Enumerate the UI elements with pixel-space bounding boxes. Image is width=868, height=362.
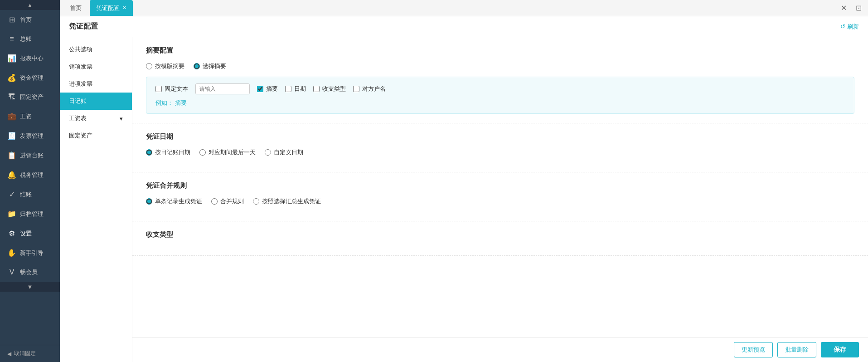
radio-custom-date-input[interactable]: [265, 149, 271, 156]
salary-icon: 💼: [7, 112, 16, 121]
section-abstract: 摘要配置 按模版摘要 选择摘要 固定文本: [132, 37, 868, 123]
refresh-icon: ↺: [840, 23, 845, 30]
sidebar-scroll-down[interactable]: ▼: [0, 282, 60, 292]
checkbox-fixed-text-input[interactable]: [155, 86, 162, 92]
main-area: 首页 凭证配置 ✕ ✕ ⊡ 凭证配置 ↺ 刷新 公共选项 销项发票 进: [60, 0, 868, 362]
sidebar-item-tax[interactable]: 🔔 税务管理: [0, 165, 60, 185]
home-icon: ⊞: [7, 15, 16, 24]
save-button[interactable]: 保存: [821, 342, 859, 357]
tax-icon: 🔔: [7, 171, 16, 179]
content-layout: 公共选项 销项发票 进项发票 日记账 工资表 ▾ 固定资产 摘要配置: [60, 37, 868, 362]
radio-aggregate[interactable]: 按照选择汇总生成凭证: [253, 197, 321, 205]
checkbox-income-type-input[interactable]: [313, 86, 320, 92]
vip-icon: V: [7, 268, 16, 276]
radio-by-diary-date-input[interactable]: [146, 149, 152, 156]
archive-icon: 📁: [7, 210, 16, 218]
sidebar-unpin[interactable]: ◀ 取消固定: [0, 345, 60, 362]
left-nav-purchase-invoice[interactable]: 进项发票: [60, 75, 132, 93]
page-title: 凭证配置: [69, 22, 98, 31]
sidebar-item-salary[interactable]: 💼 工资: [0, 107, 60, 126]
abstract-mode-row: 按模版摘要 选择摘要: [146, 62, 854, 70]
sidebar-item-closing[interactable]: ✓ 结账: [0, 185, 60, 204]
tab-voucher-config[interactable]: 凭证配置 ✕: [90, 0, 133, 16]
radio-merge-rule[interactable]: 合并规则: [211, 197, 244, 205]
radio-aggregate-input[interactable]: [253, 198, 259, 205]
sidebar-item-home[interactable]: ⊞ 首页: [0, 10, 60, 29]
radio-by-diary-date[interactable]: 按日记账日期: [146, 148, 190, 157]
voucher-date-title: 凭证日期: [146, 132, 854, 141]
close-tab-icon[interactable]: ✕: [122, 5, 126, 11]
settings-icon: ⚙: [7, 229, 16, 238]
invoice-icon: 🧾: [7, 132, 16, 140]
sidebar-item-funds[interactable]: 💰 资金管理: [0, 68, 60, 88]
guide-icon: ✋: [7, 249, 16, 257]
window-restore-button[interactable]: ⊡: [853, 3, 864, 13]
right-content: 摘要配置 按模版摘要 选择摘要 固定文本: [132, 37, 868, 362]
sidebar-item-invoice[interactable]: 🧾 发票管理: [0, 126, 60, 146]
sidebar-item-ledger[interactable]: ≡ 总账: [0, 29, 60, 49]
bottom-bar: 更新预览 批量删除 保存: [132, 337, 868, 362]
tab-home[interactable]: 首页: [63, 0, 88, 16]
page-header: 凭证配置 ↺ 刷新: [60, 16, 868, 37]
update-preview-button[interactable]: 更新预览: [734, 342, 773, 357]
voucher-date-options: 按日记账日期 对应期间最后一天 自定义日期: [146, 148, 854, 157]
section-income-expense: 收支类型: [132, 221, 868, 256]
radio-custom-date[interactable]: 自定义日期: [265, 148, 303, 157]
sales-ledger-icon: 📋: [7, 151, 16, 160]
section-merge-rule: 凭证合并规则 单条记录生成凭证 合并规则 按照选择汇总生成凭证: [132, 172, 868, 221]
checkbox-date[interactable]: 日期: [285, 85, 306, 93]
checkbox-counterpart[interactable]: 对方户名: [353, 85, 386, 93]
left-nav-diary[interactable]: 日记账: [60, 93, 132, 110]
window-close-button[interactable]: ✕: [838, 3, 849, 13]
sidebar-scroll-up[interactable]: ▲: [0, 0, 60, 10]
sidebar-item-reports[interactable]: 📊 报表中心: [0, 49, 60, 68]
closing-icon: ✓: [7, 190, 16, 199]
assets-icon: 🏗: [7, 93, 16, 101]
section-voucher-date: 凭证日期 按日记账日期 对应期间最后一天 自定义日期: [132, 123, 868, 172]
tab-bar: 首页 凭证配置 ✕ ✕ ⊡: [60, 0, 868, 16]
checkbox-date-input[interactable]: [285, 86, 291, 92]
reports-icon: 📊: [7, 54, 16, 63]
chevron-down-icon: ▾: [120, 115, 123, 122]
left-nav-public[interactable]: 公共选项: [60, 41, 132, 58]
fixed-text-input[interactable]: [195, 83, 250, 94]
checkbox-abstract[interactable]: 摘要: [257, 85, 278, 93]
merge-rule-title: 凭证合并规则: [146, 181, 854, 190]
refresh-button[interactable]: ↺ 刷新: [840, 23, 859, 31]
radio-merge-rule-input[interactable]: [211, 198, 218, 205]
radio-select[interactable]: 选择摘要: [194, 62, 226, 70]
income-expense-title: 收支类型: [146, 230, 854, 239]
sidebar-item-archive[interactable]: 📁 归档管理: [0, 204, 60, 224]
radio-template-input[interactable]: [146, 63, 152, 69]
left-nav-sales-invoice[interactable]: 销项发票: [60, 58, 132, 75]
checkbox-counterpart-input[interactable]: [353, 86, 359, 92]
sidebar-item-vip[interactable]: V 畅会员: [0, 263, 60, 282]
sidebar: ▲ ⊞ 首页 ≡ 总账 📊 报表中心 💰 资金管理 🏗 固定资产 💼 工资 🧾 …: [0, 0, 60, 362]
radio-template[interactable]: 按模版摘要: [146, 62, 184, 70]
checkbox-abstract-input[interactable]: [257, 86, 263, 92]
sidebar-item-assets[interactable]: 🏗 固定资产: [0, 88, 60, 107]
radio-single-record-input[interactable]: [146, 198, 152, 205]
checkbox-income-type[interactable]: 收支类型: [313, 85, 346, 93]
batch-delete-button[interactable]: 批量删除: [777, 342, 816, 357]
sidebar-item-guide[interactable]: ✋ 新手引导: [0, 243, 60, 263]
abstract-box: 固定文本 摘要 日期 收支类型: [146, 77, 854, 114]
left-nav-fixed-assets[interactable]: 固定资产: [60, 127, 132, 144]
sidebar-item-sales-ledger[interactable]: 📋 进销台账: [0, 146, 60, 165]
left-nav-payroll[interactable]: 工资表 ▾: [60, 110, 132, 127]
radio-single-record[interactable]: 单条记录生成凭证: [146, 197, 202, 205]
radio-select-input[interactable]: [194, 63, 200, 69]
abstract-title: 摘要配置: [146, 46, 854, 55]
abstract-example: 例如： 摘要: [155, 99, 845, 107]
ledger-icon: ≡: [7, 35, 16, 43]
radio-period-last-day[interactable]: 对应期间最后一天: [199, 148, 256, 157]
abstract-fields-row: 固定文本 摘要 日期 收支类型: [155, 83, 845, 94]
checkbox-fixed-text[interactable]: 固定文本: [155, 85, 188, 93]
radio-period-last-day-input[interactable]: [199, 149, 206, 156]
pin-icon: ◀: [7, 351, 11, 357]
funds-icon: 💰: [7, 73, 16, 82]
merge-rule-options: 单条记录生成凭证 合并规则 按照选择汇总生成凭证: [146, 197, 854, 205]
left-nav: 公共选项 销项发票 进项发票 日记账 工资表 ▾ 固定资产: [60, 37, 132, 362]
sidebar-item-settings[interactable]: ⚙ 设置: [0, 224, 60, 243]
